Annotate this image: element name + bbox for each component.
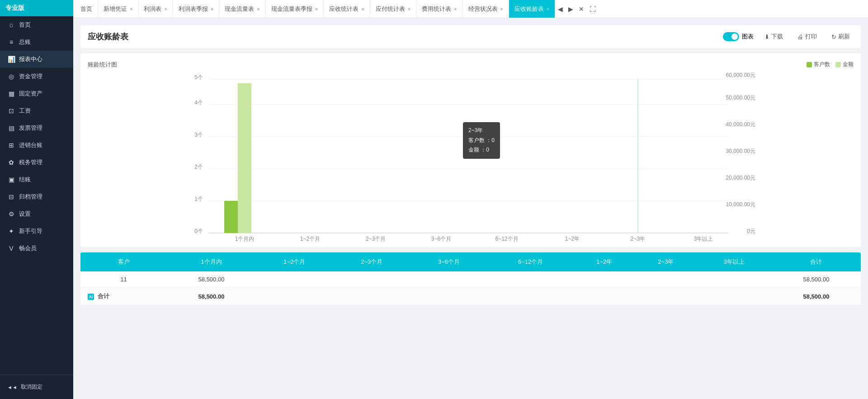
total-month12	[256, 288, 333, 305]
unpin-sidebar-button[interactable]: ◄◄ 取消固定	[0, 379, 73, 395]
tab-bar: 首页 新增凭证 × 利润表 × 利润表季报 × 现金流量表 × 现金流量表季报 …	[73, 0, 868, 18]
archive-icon: ⊟	[7, 193, 15, 200]
total-month612	[487, 288, 573, 305]
chart-toggle[interactable]	[723, 32, 739, 41]
col-month612: 6~12个月	[487, 252, 573, 271]
refresh-button[interactable]: ↻ 刷新	[828, 31, 854, 43]
tab-payable-stat-close[interactable]: ×	[408, 6, 410, 12]
col-total: 合计	[772, 252, 861, 271]
sidebar-item-invoice[interactable]: ▤ 发票管理	[0, 119, 73, 137]
total-month1: 58,500.00	[167, 288, 256, 305]
sidebar-item-funds[interactable]: ◎ 资金管理	[0, 68, 73, 85]
total-month23	[333, 288, 410, 305]
sidebar-item-close[interactable]: ▣ 结账	[0, 171, 73, 188]
sidebar-item-reports[interactable]: 📊 报表中心	[0, 51, 73, 68]
tab-business-stat-close[interactable]: ×	[500, 6, 503, 12]
tab-expense-stat-close[interactable]: ×	[454, 6, 457, 12]
reports-icon: 📊	[7, 56, 15, 63]
legend-amount-dot	[835, 62, 841, 67]
sidebar-item-archive[interactable]: ⊟ 归档管理	[0, 188, 73, 205]
sidebar-item-label: 畅会员	[19, 244, 37, 252]
funds-icon: ◎	[7, 73, 15, 80]
sidebar-item-label: 首页	[19, 21, 31, 29]
tab-prev-button[interactable]: ◀	[555, 0, 566, 18]
unpin-icon: ◄◄	[7, 385, 17, 390]
sidebar-item-label: 发票管理	[19, 124, 42, 132]
cell-month612	[487, 271, 573, 288]
tab-expand-button[interactable]: ⛶	[587, 0, 599, 18]
total-year12	[574, 288, 635, 305]
total-year3plus	[697, 288, 772, 305]
sidebar-item-member[interactable]: V 畅会员	[0, 240, 73, 257]
sidebar-item-label: 资金管理	[19, 72, 42, 81]
print-icon: 🖨	[797, 33, 803, 40]
tab-profit[interactable]: 利润表 ×	[138, 0, 173, 18]
tab-expense-stat[interactable]: 费用统计表 ×	[416, 0, 462, 18]
sidebar-item-inventory[interactable]: ⊞ 进销台账	[0, 137, 73, 154]
download-label: 下载	[771, 33, 783, 41]
svg-text:2~3个月: 2~3个月	[366, 236, 386, 242]
svg-text:3年以上: 3年以上	[694, 236, 713, 242]
svg-text:1~2年: 1~2年	[565, 236, 580, 242]
table-total-row: Ai 合计 58,500.00 58,500.00	[80, 288, 861, 305]
sidebar-item-guide[interactable]: ✦ 新手引导	[0, 223, 73, 240]
tab-profit-season-close[interactable]: ×	[211, 6, 213, 12]
tab-close-all-button[interactable]: ✕	[576, 0, 587, 18]
total-text: 合计	[98, 293, 109, 299]
chart-toggle-wrap: 图表	[723, 32, 754, 41]
sidebar-item-label: 税务管理	[19, 158, 42, 166]
svg-text:3~6个月: 3~6个月	[431, 236, 451, 242]
tab-profit-season[interactable]: 利润表季报 ×	[173, 0, 219, 18]
sidebar-item-home[interactable]: ⌂ 首页	[0, 16, 73, 33]
inventory-icon: ⊞	[7, 142, 15, 149]
gear-icon: ⚙	[7, 210, 15, 218]
col-year23: 2~3年	[635, 252, 697, 271]
bar-amount-1	[238, 83, 251, 233]
tab-aging-label: 应收账龄表	[514, 5, 544, 13]
tab-aging[interactable]: 应收账龄表 ×	[509, 0, 555, 18]
main-area: 首页 新增凭证 × 利润表 × 利润表季报 × 现金流量表 × 现金流量表季报 …	[73, 0, 868, 399]
tab-cashflow-close[interactable]: ×	[257, 6, 259, 12]
tab-cashflow[interactable]: 现金流量表 ×	[219, 0, 265, 18]
col-year3plus: 3年以上	[697, 252, 772, 271]
tab-expense-stat-label: 费用统计表	[422, 5, 451, 13]
tab-payable-stat[interactable]: 应付统计表 ×	[370, 0, 416, 18]
tab-home[interactable]: 首页	[75, 0, 98, 18]
download-icon: ⬇	[764, 33, 769, 40]
tab-receivable-stat-close[interactable]: ×	[361, 6, 364, 12]
tab-aging-close[interactable]: ×	[547, 6, 549, 12]
tab-cashflow-season[interactable]: 现金流量表季报 ×	[266, 0, 324, 18]
print-button[interactable]: 🖨 打印	[794, 31, 821, 43]
cell-year3plus	[697, 271, 772, 288]
svg-text:6~12个月: 6~12个月	[495, 236, 518, 242]
sidebar-item-settings[interactable]: ⚙ 设置	[0, 205, 73, 223]
table-row: 11 58,500.00 58,500.00	[80, 271, 861, 288]
sidebar-item-assets[interactable]: ▦ 固定资产	[0, 85, 73, 102]
sidebar-item-label: 新手引导	[19, 227, 42, 235]
tab-profit-season-label: 利润表季报	[179, 5, 208, 13]
cell-year12	[574, 271, 635, 288]
svg-text:10,000.00元: 10,000.00元	[726, 201, 755, 208]
tax-icon: ✿	[7, 159, 15, 166]
tab-voucher[interactable]: 新增凭证 ×	[98, 0, 138, 18]
sidebar-item-payroll[interactable]: ⊡ 工资	[0, 102, 73, 119]
cell-month1: 58,500.00	[167, 271, 256, 288]
legend-customer-dot	[807, 62, 812, 67]
page-title: 应收账龄表	[88, 31, 128, 42]
tab-payable-stat-label: 应付统计表	[376, 5, 405, 13]
col-customer: 客户	[80, 252, 167, 271]
tab-profit-close[interactable]: ×	[164, 6, 167, 12]
total-label: Ai 合计	[80, 288, 167, 305]
download-button[interactable]: ⬇ 下载	[761, 31, 787, 43]
chart-toggle-label: 图表	[742, 33, 754, 41]
chart-svg: 0个 1个 2个 3个 4个 5个 0元 10,000.00元 20,000.0…	[88, 72, 854, 240]
tab-next-button[interactable]: ▶	[566, 0, 576, 18]
cell-total: 58,500.00	[772, 271, 861, 288]
tab-cashflow-season-close[interactable]: ×	[315, 6, 318, 12]
tab-voucher-close[interactable]: ×	[130, 6, 132, 12]
sidebar-item-ledger[interactable]: ≡ 总账	[0, 33, 73, 51]
sidebar-item-tax[interactable]: ✿ 税务管理	[0, 154, 73, 171]
tab-business-stat[interactable]: 经营状况表 ×	[463, 0, 509, 18]
tab-receivable-stat[interactable]: 应收统计表 ×	[324, 0, 370, 18]
print-label: 打印	[805, 33, 817, 41]
